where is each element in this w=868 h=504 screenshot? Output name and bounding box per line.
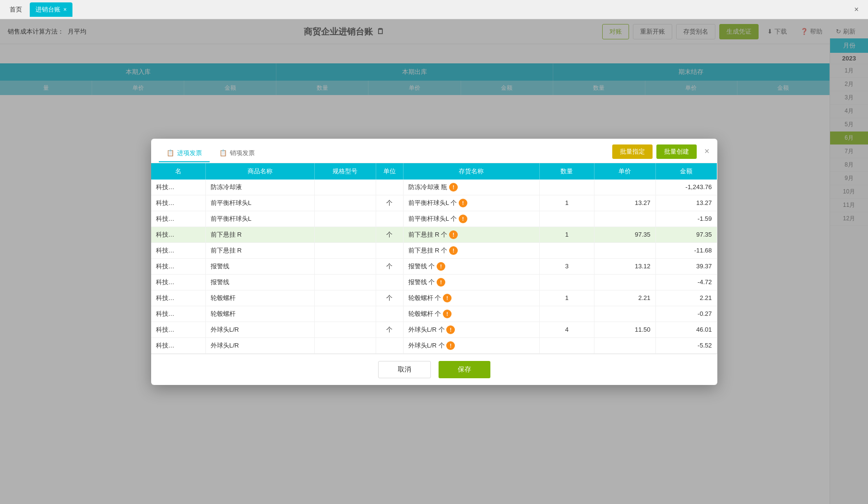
incoming-invoice-icon: 📋 (166, 149, 174, 156)
cell-name: 科技… (151, 274, 206, 290)
cell-quantity (539, 242, 594, 258)
cell-unit: 个 (376, 290, 403, 306)
cell-product: 前下悬挂 R (205, 242, 314, 258)
cell-spec (315, 306, 376, 322)
main-content: 销售成本计算方法： 月平均 商贸企业进销台账 🗒 对账 重新开账 存货别名 生成… (0, 19, 868, 504)
cell-inventory: 外球头L/R 个 ! (403, 337, 539, 353)
modal-close-button[interactable]: × (704, 146, 710, 160)
batch-assign-button[interactable]: 批量指定 (612, 144, 653, 159)
col-header-inventory: 存货名称 (403, 163, 539, 180)
table-row: 科技… 外球头L/R 外球头L/R 个 ! -5.52 (151, 337, 717, 353)
cell-unit (376, 180, 403, 195)
cell-unit (376, 306, 403, 322)
cell-quantity: 4 (539, 322, 594, 337)
modal-table: 名 商品名称 规格型号 单位 存货名称 数量 单价 金额 科技… 防冻冷却液 防… (151, 163, 717, 354)
cell-unit: 个 (376, 258, 403, 274)
warning-icon: ! (443, 294, 452, 302)
cell-inventory: 外球头L/R 个 ! (403, 322, 539, 337)
cell-unit: 个 (376, 322, 403, 337)
col-header-unit: 单位 (376, 163, 403, 180)
col-header-spec: 规格型号 (315, 163, 376, 180)
cell-name: 科技… (151, 180, 206, 195)
cell-inventory: 前下悬挂 R 个 ! (403, 227, 539, 242)
cell-spec (315, 274, 376, 290)
cell-price (594, 306, 655, 322)
col-header-name: 名 (151, 163, 206, 180)
cell-product: 前平衡杆球头L (205, 211, 314, 227)
cell-unit (376, 211, 403, 227)
batch-create-button[interactable]: 批量创建 (656, 144, 697, 159)
cell-amount: 39.37 (655, 258, 717, 274)
cell-price: 13.27 (594, 195, 655, 211)
cell-spec (315, 227, 376, 242)
window-close-button[interactable]: × (849, 2, 864, 17)
col-header-quantity: 数量 (539, 163, 594, 180)
cell-amount: -4.72 (655, 274, 717, 290)
cell-quantity: 1 (539, 195, 594, 211)
table-row: 科技… 外球头L/R 个 外球头L/R 个 ! 4 11.50 46.01 (151, 322, 717, 337)
cell-name: 科技… (151, 242, 206, 258)
table-row: 科技… 前下悬挂 R 个 前下悬挂 R 个 ! 1 97.35 97.35 (151, 227, 717, 242)
cell-quantity (539, 211, 594, 227)
table-header-row: 名 商品名称 规格型号 单位 存货名称 数量 单价 金额 (151, 163, 717, 180)
tab-incoming-invoice[interactable]: 📋 进项发票 (159, 145, 210, 162)
table-row: 科技… 轮毂螺杆 个 轮毂螺杆 个 ! 1 2.21 2.21 (151, 290, 717, 306)
cell-product: 外球头L/R (205, 322, 314, 337)
cell-price (594, 180, 655, 195)
warning-icon: ! (443, 310, 452, 318)
cell-name: 科技… (151, 258, 206, 274)
cell-amount: -1.59 (655, 211, 717, 227)
invoice-table: 名 商品名称 规格型号 单位 存货名称 数量 单价 金额 科技… 防冻冷却液 防… (151, 163, 717, 354)
cell-quantity: 1 (539, 227, 594, 242)
modal-header: 📋 进项发票 📋 销项发票 批量指定 批量创建 × (151, 139, 717, 163)
cell-unit: 个 (376, 227, 403, 242)
tab-outgoing-invoice[interactable]: 📋 销项发票 (212, 145, 262, 162)
warning-icon: ! (449, 230, 458, 239)
cell-amount: 2.21 (655, 290, 717, 306)
cell-inventory: 前下悬挂 R 个 ! (403, 242, 539, 258)
cell-price (594, 337, 655, 353)
top-bar: 首页 进销台账 × × (0, 0, 868, 19)
cell-amount: -0.27 (655, 306, 717, 322)
cell-name: 科技… (151, 211, 206, 227)
active-tab[interactable]: 进销台账 × (30, 2, 72, 17)
save-button[interactable]: 保存 (439, 361, 490, 378)
cell-unit (376, 274, 403, 290)
cell-inventory: 轮毂螺杆 个 ! (403, 306, 539, 322)
cell-product: 防冻冷却液 (205, 180, 314, 195)
cell-spec (315, 211, 376, 227)
cell-product: 外球头L/R (205, 337, 314, 353)
modal-dialog: 📋 进项发票 📋 销项发票 批量指定 批量创建 × (151, 139, 717, 385)
cell-amount: -11.68 (655, 242, 717, 258)
tab-close-icon[interactable]: × (63, 6, 67, 13)
home-tab[interactable]: 首页 (4, 2, 28, 17)
cell-spec (315, 322, 376, 337)
warning-icon: ! (437, 262, 445, 271)
table-row: 科技… 报警线 报警线 个 ! -4.72 (151, 274, 717, 290)
cell-product: 轮毂螺杆 (205, 290, 314, 306)
cell-inventory: 报警线 个 ! (403, 258, 539, 274)
cell-price: 13.12 (594, 258, 655, 274)
cell-name: 科技… (151, 195, 206, 211)
table-row: 科技… 防冻冷却液 防冻冷却液 瓶 ! -1,243.76 (151, 180, 717, 195)
cell-unit: 个 (376, 195, 403, 211)
cell-inventory: 报警线 个 ! (403, 274, 539, 290)
cell-spec (315, 180, 376, 195)
cell-price: 11.50 (594, 322, 655, 337)
cell-name: 科技… (151, 306, 206, 322)
outgoing-invoice-icon: 📋 (219, 149, 227, 156)
cell-spec (315, 290, 376, 306)
table-row: 科技… 前平衡杆球头L 个 前平衡杆球头L 个 ! 1 13.27 13.27 (151, 195, 717, 211)
cell-price: 2.21 (594, 290, 655, 306)
cell-unit (376, 337, 403, 353)
cell-price (594, 274, 655, 290)
cell-amount: -5.52 (655, 337, 717, 353)
warning-icon: ! (459, 199, 467, 207)
modal-overlay: 📋 进项发票 📋 销项发票 批量指定 批量创建 × (0, 19, 868, 504)
cell-spec (315, 258, 376, 274)
cell-name: 科技… (151, 227, 206, 242)
cell-amount: 46.01 (655, 322, 717, 337)
cell-product: 报警线 (205, 274, 314, 290)
tab-label: 进销台账 (36, 5, 60, 14)
cancel-button[interactable]: 取消 (378, 361, 431, 378)
